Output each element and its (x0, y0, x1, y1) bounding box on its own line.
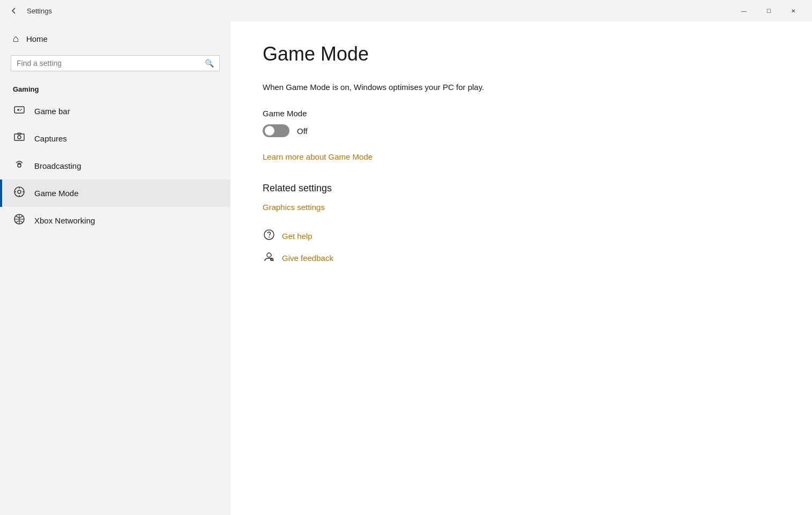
sidebar-item-broadcasting-label: Broadcasting (34, 161, 81, 170)
get-help-row: Get help (263, 229, 780, 243)
feedback-link[interactable]: Give feedback (282, 253, 333, 263)
window-title: Settings (27, 7, 52, 15)
sidebar-item-xbox-networking[interactable]: Xbox Networking (0, 207, 230, 234)
svg-point-21 (270, 258, 273, 261)
main-layout: ⌂ Home 🔍 Gaming Game bar (0, 21, 812, 515)
svg-point-18 (264, 230, 274, 240)
sidebar-item-game-bar[interactable]: Game bar (0, 98, 230, 125)
minimize-button[interactable]: — (732, 0, 756, 21)
toggle-state-label: Off (297, 126, 308, 136)
sidebar-item-game-bar-label: Game bar (34, 107, 70, 116)
game-mode-description: When Game Mode is on, Windows optimises … (263, 83, 638, 92)
sidebar: ⌂ Home 🔍 Gaming Game bar (0, 21, 230, 515)
svg-point-4 (20, 110, 21, 111)
page-title: Game Mode (263, 43, 780, 65)
svg-point-6 (18, 136, 21, 139)
get-help-link[interactable]: Get help (282, 232, 312, 241)
sidebar-item-game-mode[interactable]: Game Mode (0, 180, 230, 207)
sidebar-section-header: Gaming (0, 77, 230, 98)
svg-point-3 (21, 109, 22, 110)
game-mode-toggle-row: Off (263, 124, 780, 137)
sidebar-item-home[interactable]: ⌂ Home (0, 28, 230, 50)
search-icon: 🔍 (205, 59, 214, 68)
search-input[interactable] (17, 59, 205, 68)
related-settings-title: Related settings (263, 183, 780, 194)
game-mode-toggle[interactable] (263, 124, 289, 137)
close-button[interactable]: ✕ (781, 0, 806, 21)
feedback-icon (263, 251, 275, 265)
sidebar-item-xbox-networking-label: Xbox Networking (34, 216, 95, 225)
sidebar-item-captures[interactable]: Captures (0, 125, 230, 152)
search-box: 🔍 (11, 55, 220, 71)
sidebar-item-captures-label: Captures (34, 134, 67, 143)
graphics-settings-link[interactable]: Graphics settings (263, 203, 780, 212)
xbox-networking-icon (13, 213, 26, 228)
content-area: Game Mode When Game Mode is on, Windows … (230, 21, 812, 515)
get-help-icon (263, 229, 275, 243)
back-button[interactable] (6, 3, 21, 18)
learn-more-link[interactable]: Learn more about Game Mode (263, 152, 373, 161)
sidebar-item-game-mode-label: Game Mode (34, 189, 79, 198)
svg-point-8 (18, 164, 21, 167)
toggle-knob (265, 126, 274, 136)
svg-point-10 (18, 190, 21, 193)
captures-icon (13, 131, 26, 146)
svg-point-20 (267, 253, 271, 257)
game-bar-icon (13, 104, 26, 118)
maximize-button[interactable]: ☐ (756, 0, 781, 21)
feedback-row: Give feedback (263, 251, 780, 265)
window-controls: — ☐ ✕ (732, 0, 806, 21)
game-mode-icon (13, 186, 26, 200)
home-icon: ⌂ (13, 33, 19, 44)
sidebar-item-broadcasting[interactable]: Broadcasting (0, 152, 230, 180)
broadcasting-icon (13, 159, 26, 173)
svg-rect-5 (14, 134, 24, 140)
game-mode-setting-label: Game Mode (263, 109, 780, 118)
home-label: Home (26, 34, 48, 43)
svg-point-19 (269, 237, 270, 238)
title-bar: Settings — ☐ ✕ (0, 0, 812, 21)
